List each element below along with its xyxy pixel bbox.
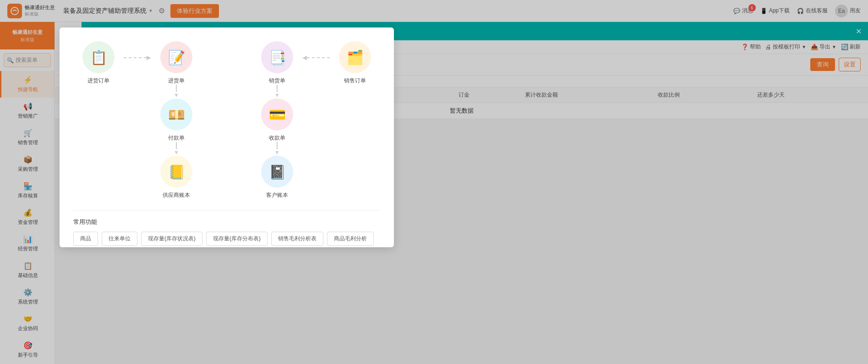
- common-btn-0[interactable]: 商品: [73, 232, 98, 246]
- flow-item-sales-order: 🗂️ 销售订单: [330, 41, 380, 85]
- arrow-down-sales: ▼: [252, 85, 302, 98]
- purchase-order-label: 进货订单: [87, 77, 109, 85]
- flow-circle-supplier: 📒: [160, 156, 192, 188]
- common-functions-section: 常用功能 商品往来单位现存量(库存状况表)现存量(库存分布表)销售毛利分析表商品…: [73, 210, 380, 247]
- modal-content: 📋 进货订单 ▶ 📝: [60, 27, 394, 247]
- modal-overlay: 📋 进货订单 ▶ 📝: [0, 0, 868, 364]
- sales-bill-icon: 📑: [269, 49, 286, 65]
- customer-label: 客户账本: [266, 191, 288, 199]
- flow-circle-payment: 💴: [160, 98, 192, 130]
- receipt-label: 收款单: [269, 134, 285, 142]
- common-buttons-row1: 商品往来单位现存量(库存状况表)现存量(库存分布表)销售毛利分析表商品毛利分析销…: [73, 232, 380, 247]
- flow-row-3: 💴 付款单 💳 收款单: [73, 98, 380, 142]
- flow-item-sales-bill: 📑 销货单: [252, 41, 302, 85]
- supplier-icon: 📒: [168, 164, 185, 180]
- payment-label: 付款单: [168, 134, 185, 142]
- flow-circle-receipt: 💳: [261, 98, 293, 130]
- flow-circle-purchase-bill: 📝: [160, 41, 192, 73]
- flow-circle-purchase-order: 📋: [82, 41, 115, 73]
- common-btn-4[interactable]: 销售毛利分析表: [271, 232, 323, 246]
- common-functions-title: 常用功能: [73, 218, 380, 226]
- flow-circle-sales-bill: 📑: [261, 41, 293, 73]
- purchase-bill-icon: 📝: [168, 49, 185, 65]
- flow-circle-sales-order: 🗂️: [339, 41, 371, 73]
- flow-item-purchase-order: 📋 进货订单: [73, 41, 124, 85]
- receipt-icon: 💳: [269, 107, 286, 123]
- flow-item-payment: 💴 付款单: [151, 98, 202, 142]
- customer-icon: 📓: [269, 164, 286, 180]
- flow-row-2-arrows: ▼ ▼: [73, 85, 380, 98]
- flow-circle-customer: 📓: [261, 156, 293, 188]
- sales-order-label: 销售订单: [344, 77, 366, 85]
- flow-item-customer: 📓 客户账本: [252, 156, 302, 199]
- flow-section: 📋 进货订单 ▶ 📝: [73, 41, 380, 199]
- sales-order-icon: 🗂️: [347, 49, 364, 65]
- arrow-right-1: ▶: [124, 41, 151, 61]
- supplier-label: 供应商账本: [163, 191, 190, 199]
- purchase-bill-label: 进货单: [168, 77, 185, 85]
- common-btn-3[interactable]: 现存量(库存分布表): [206, 232, 267, 246]
- flow-row-4-arrows: ▼ ▼: [73, 142, 380, 156]
- sales-bill-label: 销货单: [269, 77, 285, 85]
- purchase-order-icon: 📋: [90, 49, 107, 65]
- flow-item-receipt: 💳 收款单: [252, 98, 302, 142]
- flow-row-5: 📒 供应商账本 📓 客户账本: [73, 156, 380, 199]
- flow-row-1: 📋 进货订单 ▶ 📝: [73, 41, 380, 85]
- arrow-down-purchase: ▼: [151, 85, 202, 98]
- arrow-down-receipt: ▼: [252, 142, 302, 156]
- flow-item-purchase-bill: 📝 进货单: [151, 41, 202, 85]
- flow-item-supplier: 📒 供应商账本: [151, 156, 202, 199]
- arrow-left-1: ◀: [302, 41, 330, 61]
- arrow-down-payment: ▼: [151, 142, 202, 156]
- common-btn-5[interactable]: 商品毛利分析: [327, 232, 374, 246]
- common-btn-1[interactable]: 往来单位: [102, 232, 137, 246]
- common-btn-2[interactable]: 现存量(库存状况表): [141, 232, 202, 246]
- payment-icon: 💴: [168, 107, 185, 123]
- modal-dialog: 📋 进货订单 ▶ 📝: [60, 27, 394, 247]
